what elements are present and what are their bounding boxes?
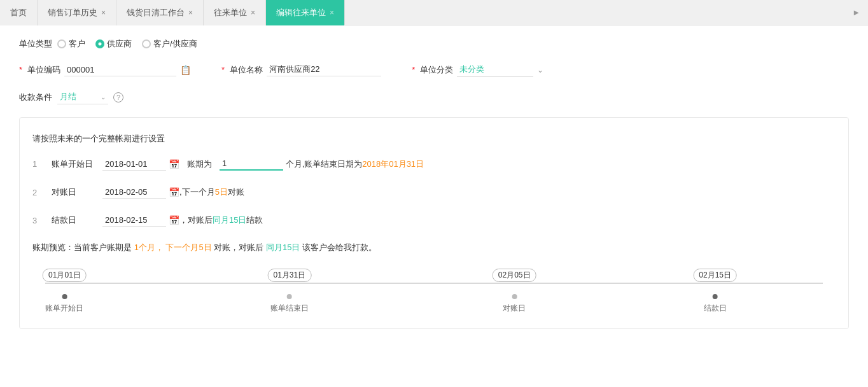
radio-customer-circle: [57, 39, 66, 48]
preview-text: 账期预览：当前客户账期是 1个月， 下一个月5日 对账，对账后 同月15日 该客…: [32, 242, 836, 253]
help-icon[interactable]: ?: [113, 92, 123, 102]
payment-select[interactable]: 月结 ⌄: [57, 90, 108, 104]
calendar-icon-3[interactable]: 📅: [169, 215, 179, 225]
unit-name-input[interactable]: [267, 64, 381, 76]
end-date-highlight: 2018年01月31日: [362, 158, 424, 170]
reconcile-prefix: ,下一个月: [179, 186, 215, 198]
timeline-point-0: 01月01日账单开始日: [43, 269, 87, 314]
timeline-point-2: 02月05日对账日: [493, 269, 536, 314]
unit-name-group: * 单位名称: [221, 64, 381, 76]
chevron-down-icon: ⌄: [101, 94, 106, 101]
timeline-point-3: 02月15日结款日: [693, 269, 737, 314]
period-input[interactable]: [220, 157, 283, 171]
unit-category-label: 单位分类: [420, 64, 453, 76]
payment-select-group: 月结 ⌄: [57, 90, 108, 104]
reconcile-suffix: 对账: [228, 186, 244, 198]
payment-row: 收款条件 月结 ⌄ ?: [19, 90, 849, 104]
preview-part4: 同月15日: [266, 243, 300, 252]
radio-supplier-circle: [95, 39, 104, 48]
unit-category-group: * 单位分类 未分类 ⌄: [412, 62, 543, 77]
unit-type-row: 单位类型 客户 供应商 客户/供应商: [19, 38, 849, 50]
radio-customer-label: 客户: [69, 38, 85, 50]
setting-row-3: 3 结款日 📅 ，对账后 同月15日 结款: [32, 214, 836, 227]
timeline-point-1: 01月31日账单结束日: [267, 269, 311, 314]
unit-type-label: 单位类型: [19, 38, 52, 50]
panel-title: 请按照未来的一个完整帐期进行设置: [32, 133, 836, 144]
tab-cash-work[interactable]: 钱货日清工作台 ×: [116, 0, 204, 25]
main-content: 单位类型 客户 供应商 客户/供应商 * 单位编码 📋 * 单位名称: [0, 25, 868, 387]
close-icon[interactable]: ×: [251, 8, 255, 17]
preview-part1: 1个月，: [134, 243, 164, 252]
close-icon[interactable]: ×: [101, 8, 106, 17]
radio-supplier-label: 供应商: [107, 38, 132, 50]
radio-both-circle: [142, 39, 151, 48]
preview-part5: 该客户会给我打款。: [302, 243, 377, 252]
payment-suffix: 结款: [246, 215, 263, 226]
row-num-3: 3: [32, 216, 52, 225]
calendar-icon[interactable]: 📅: [169, 159, 179, 169]
chevron-down-icon[interactable]: ⌄: [537, 66, 543, 74]
settings-panel: 请按照未来的一个完整帐期进行设置 1 账单开始日 📅 账期为 个月,账单结束日期…: [19, 117, 849, 329]
tab-home[interactable]: 首页: [0, 0, 38, 25]
radio-customer[interactable]: 客户: [57, 38, 85, 50]
close-icon[interactable]: ×: [330, 8, 334, 17]
unit-code-label: 单位编码: [27, 64, 60, 76]
setting-row-2: 2 对账日 📅 ,下一个月 5日 对账: [32, 186, 836, 199]
period-label: 账期为: [187, 158, 212, 170]
tab-partner[interactable]: 往来单位 ×: [204, 0, 266, 25]
unit-info-row: * 单位编码 📋 * 单位名称 * 单位分类 未分类 ⌄: [19, 62, 849, 77]
row-num-1: 1: [32, 159, 52, 169]
start-date-input[interactable]: [102, 158, 166, 171]
radio-both-label: 客户/供应商: [153, 38, 197, 50]
preview-part2: 下一个月5日: [165, 243, 211, 252]
radio-group-unit-type: 客户 供应商 客户/供应商: [57, 38, 197, 50]
unit-code-group: * 单位编码 📋: [19, 64, 191, 76]
row-num-2: 2: [32, 188, 52, 197]
payment-label: 收款条件: [19, 92, 52, 103]
reconcile-date-input[interactable]: [102, 186, 166, 199]
payment-day-highlight: 同月15日: [213, 215, 246, 226]
period-unit-label: 个月,账单结束日期为: [286, 158, 363, 170]
setting-row-1: 1 账单开始日 📅 账期为 个月,账单结束日期为 2018年01月31日: [32, 157, 836, 171]
payment-date-input[interactable]: [102, 214, 166, 227]
radio-both[interactable]: 客户/供应商: [142, 38, 197, 50]
payment-prefix: ，对账后: [179, 215, 213, 226]
row-label-2: 对账日: [52, 186, 102, 198]
timeline: 01月01日账单开始日01月31日账单结束日02月05日对账日02月15日结款日: [32, 269, 836, 313]
copy-icon[interactable]: 📋: [180, 65, 191, 75]
unit-code-input[interactable]: [64, 64, 176, 76]
row-label-3: 结款日: [52, 215, 102, 226]
tab-edit-partner[interactable]: 编辑往来单位 ×: [266, 0, 345, 25]
preview-part3: 对账，对账后: [214, 243, 263, 252]
tab-bar: 首页 销售订单历史 × 钱货日清工作台 × 往来单位 × 编辑往来单位 × ►: [0, 0, 868, 25]
tab-expand-button[interactable]: ►: [844, 0, 868, 25]
calendar-icon-2[interactable]: 📅: [169, 187, 179, 197]
unit-category-select[interactable]: 未分类: [457, 62, 533, 77]
close-icon[interactable]: ×: [188, 8, 193, 17]
radio-supplier[interactable]: 供应商: [95, 38, 132, 50]
row-label-1: 账单开始日: [52, 158, 102, 170]
reconcile-day-highlight: 5日: [215, 186, 228, 198]
tab-sales-history[interactable]: 销售订单历史 ×: [38, 0, 116, 25]
unit-name-label: 单位名称: [230, 64, 263, 76]
